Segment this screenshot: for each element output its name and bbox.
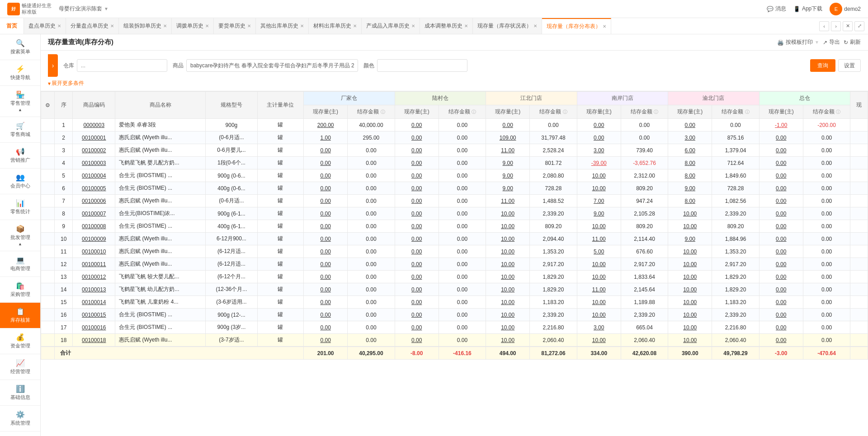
tab-item-2[interactable]: 分量盘点单历史✕ [66, 18, 119, 34]
col-code-cell[interactable]: 00100014 [73, 296, 115, 309]
col-yb-qty-cell[interactable]: 8.00 [668, 157, 712, 169]
col-fac-qty-cell[interactable]: 0.00 [304, 144, 348, 157]
sidebar-item-14[interactable]: ⚙️ 系统管理 [0, 406, 40, 431]
col-total-qty-cell[interactable]: 0.00 [759, 245, 803, 258]
col-code-cell[interactable]: 00100007 [73, 207, 115, 220]
col-na-qty-cell[interactable]: 11.00 [577, 283, 621, 296]
col-total-qty-cell[interactable]: 0.00 [759, 334, 803, 347]
tab-item-4[interactable]: 调拨单历史✕ [172, 18, 214, 34]
col-lu-qty-cell[interactable]: 0.00 [395, 245, 439, 258]
sidebar-item-4[interactable]: 📢 营销推广 [0, 143, 40, 169]
col-lu-qty-cell[interactable]: 0.00 [395, 182, 439, 195]
col-total-qty-cell[interactable]: 0.00 [759, 271, 803, 283]
tab-close-all-btn[interactable]: ✕ [843, 21, 853, 31]
col-code-cell[interactable]: 00100008 [73, 220, 115, 233]
refresh-btn[interactable]: ↻ 刷新 [844, 38, 861, 46]
col-na-qty-cell[interactable]: 7.00 [577, 195, 621, 207]
sidebar-item-8[interactable]: 💻 电商管理 [0, 251, 40, 277]
col-lu-qty-cell[interactable]: 0.00 [395, 271, 439, 283]
col-na-qty-cell[interactable]: 0.00 [577, 131, 621, 144]
tab-prev-btn[interactable]: ‹ [819, 21, 829, 31]
col-fac-qty-cell[interactable]: 0.00 [304, 309, 348, 321]
sidebar-item-9[interactable]: 🛍️ 采购管理 [0, 277, 40, 303]
col-total-qty-cell[interactable]: 0.00 [759, 220, 803, 233]
col-fac-qty-cell[interactable]: 0.00 [304, 220, 348, 233]
col-yb-qty-cell[interactable]: 10.00 [668, 321, 712, 334]
col-na-qty-cell[interactable]: 10.00 [577, 334, 621, 347]
export-btn[interactable]: ↗ 导出 [823, 38, 840, 46]
sidebar-item-13[interactable]: ℹ️ 基础信息 [0, 380, 40, 406]
col-lu-qty-cell[interactable]: 0.00 [395, 233, 439, 245]
col-lu-qty-cell[interactable]: 0.00 [395, 321, 439, 334]
tab-item-9[interactable]: 成本调整单历史✕ [420, 18, 473, 34]
col-total-qty-cell[interactable]: 0.00 [759, 207, 803, 220]
tab-next-btn[interactable]: › [831, 21, 841, 31]
tab-close-icon[interactable]: ✕ [353, 23, 357, 28]
col-jb-qty-cell[interactable]: 10.00 [486, 271, 530, 283]
tab-item-5[interactable]: 要货单历史✕ [214, 18, 256, 34]
col-code-cell[interactable]: 0000003 [73, 119, 115, 131]
col-jb-qty-cell[interactable]: 10.00 [486, 245, 530, 258]
col-fac-qty-cell[interactable]: 0.00 [304, 271, 348, 283]
col-jb-qty-cell[interactable]: 0.00 [486, 119, 530, 131]
col-na-qty-cell[interactable]: 10.00 [577, 296, 621, 309]
col-fac-qty-cell[interactable]: 0.00 [304, 283, 348, 296]
filter-toggle-btn[interactable]: › [48, 54, 58, 77]
col-total-qty-cell[interactable]: 0.00 [759, 182, 803, 195]
sidebar-item-11[interactable]: 💰 资金管理 [0, 328, 40, 354]
col-jb-qty-cell[interactable]: 10.00 [486, 309, 530, 321]
query-btn[interactable]: 查询 [810, 59, 835, 72]
sidebar-item-12[interactable]: 📈 经营管理 [0, 354, 40, 380]
col-lu-qty-cell[interactable]: 0.00 [395, 334, 439, 347]
warehouse-input[interactable] [77, 59, 167, 72]
col-code-cell[interactable]: 00100010 [73, 245, 115, 258]
col-yb-qty-cell[interactable]: 10.00 [668, 220, 712, 233]
col-total-qty-cell[interactable]: 0.00 [759, 169, 803, 182]
col-total-qty-cell[interactable]: -1.00 [759, 119, 803, 131]
settings-btn[interactable]: 设置 [838, 59, 861, 72]
sidebar-item-10[interactable]: 📋 库存核算 [0, 303, 40, 328]
tab-expand-btn[interactable]: ⤢ [854, 21, 864, 31]
col-code-cell[interactable]: 00100015 [73, 309, 115, 321]
col-yb-qty-cell[interactable]: 9.00 [668, 233, 712, 245]
col-jb-qty-cell[interactable]: 10.00 [486, 283, 530, 296]
col-lu-qty-cell[interactable]: 0.00 [395, 207, 439, 220]
col-yb-qty-cell[interactable]: 10.00 [668, 258, 712, 271]
col-fac-qty-cell[interactable]: 0.00 [304, 296, 348, 309]
col-total-qty-cell[interactable]: 0.00 [759, 131, 803, 144]
col-lu-qty-cell[interactable]: 0.00 [395, 119, 439, 131]
col-fac-qty-cell[interactable]: 0.00 [304, 334, 348, 347]
col-jb-qty-cell[interactable]: 10.00 [486, 233, 530, 245]
col-jb-qty-cell[interactable]: 10.00 [486, 258, 530, 271]
col-na-qty-cell[interactable]: 3.00 [577, 321, 621, 334]
col-code-cell[interactable]: 00100009 [73, 233, 115, 245]
col-code-cell[interactable]: 00100013 [73, 283, 115, 296]
sidebar-item-7[interactable]: 📦 批发管理▲ [0, 220, 40, 251]
col-yb-qty-cell[interactable]: 10.00 [668, 245, 712, 258]
app-download-btn[interactable]: 📱 App下载 [793, 5, 822, 13]
col-total-qty-cell[interactable]: 0.00 [759, 309, 803, 321]
col-na-qty-cell[interactable]: 3.00 [577, 144, 621, 157]
col-fac-qty-cell[interactable]: 0.00 [304, 157, 348, 169]
col-jb-qty-cell[interactable]: 10.00 [486, 207, 530, 220]
col-fac-qty-cell[interactable]: 0.00 [304, 169, 348, 182]
col-fac-qty-cell[interactable]: 0.00 [304, 258, 348, 271]
expand-conditions-btn[interactable]: ▾ 展开更多条件 [48, 80, 861, 87]
col-fac-qty-cell[interactable]: 0.00 [304, 245, 348, 258]
sidebar-item-6[interactable]: 📊 零售统计 [0, 194, 40, 220]
col-total-qty-cell[interactable]: 0.00 [759, 258, 803, 271]
col-code-cell[interactable]: 00100001 [73, 131, 115, 144]
col-yb-qty-cell[interactable]: 3.00 [668, 131, 712, 144]
col-jb-qty-cell[interactable]: 10.00 [486, 220, 530, 233]
tab-close-icon[interactable]: ✕ [247, 23, 251, 28]
col-code-cell[interactable]: 00100002 [73, 144, 115, 157]
col-na-qty-cell[interactable]: 11.00 [577, 233, 621, 245]
col-code-cell[interactable]: 00100006 [73, 195, 115, 207]
industry-selector[interactable]: 母婴行业演示陈套 ▼ [59, 5, 108, 13]
col-jb-qty-cell[interactable]: 11.00 [486, 144, 530, 157]
col-lu-qty-cell[interactable]: 0.00 [395, 283, 439, 296]
col-code-cell[interactable]: 00100018 [73, 334, 115, 347]
col-total-qty-cell[interactable]: 0.00 [759, 283, 803, 296]
col-lu-qty-cell[interactable]: 0.00 [395, 195, 439, 207]
col-lu-qty-cell[interactable]: 0.00 [395, 157, 439, 169]
